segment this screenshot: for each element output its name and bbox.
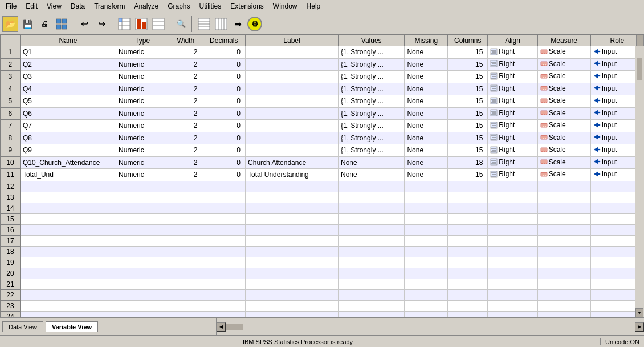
cell-name[interactable] [20,224,116,235]
cell-name[interactable] [20,311,116,317]
cell-values[interactable]: {1, Strongly ... [339,71,405,83]
cell-label[interactable]: Church Attendance [246,156,339,169]
cell-align[interactable]: Right [488,71,537,83]
table-row[interactable]: 17 [1,235,644,246]
cell-missing[interactable]: None [405,144,448,157]
cell-type[interactable] [116,213,169,224]
table-row[interactable]: 7Q7Numeric20{1, Strongly ...None15 Right… [1,120,644,132]
cell-name[interactable] [20,192,116,203]
cell-measure[interactable] [537,224,590,235]
cell-type[interactable] [116,311,169,317]
cell-type[interactable] [116,192,169,203]
cell-type[interactable]: Numeric [116,132,169,144]
cell-label[interactable] [246,203,339,213]
menu-analyze[interactable]: Analyze [131,1,162,11]
table-row[interactable]: 24 [1,311,644,317]
cell-name[interactable] [20,300,116,311]
cell-values[interactable] [339,213,405,224]
cell-columns[interactable]: 15 [448,83,488,95]
cell-name[interactable] [20,203,116,213]
cell-measure[interactable] [537,181,590,192]
cell-missing[interactable] [405,192,448,203]
cell-values[interactable]: None [339,156,405,169]
col-header-name[interactable]: Name [20,35,116,46]
col-header-align[interactable]: Align [488,35,537,46]
cell-name[interactable]: Q8 [20,132,116,144]
cell-decimals[interactable] [202,311,246,317]
menu-window[interactable]: Window [270,1,301,11]
table-row[interactable]: 23 [1,300,644,311]
cases-button[interactable] [196,16,212,32]
scroll-area[interactable]: Name Type Width Decimals Label Values Mi… [0,35,644,317]
menu-view[interactable]: View [43,1,65,11]
cell-missing[interactable]: None [405,71,448,83]
cell-columns[interactable] [448,289,488,300]
vars-button[interactable] [213,16,229,32]
cell-name[interactable] [20,181,116,192]
cell-values[interactable] [339,268,405,279]
cell-decimals[interactable]: 0 [202,132,246,144]
cell-measure[interactable] [537,257,590,268]
menu-utilities[interactable]: Utilities [195,1,225,11]
cell-decimals[interactable]: 0 [202,107,246,120]
table-row[interactable]: 4Q4Numeric20{1, Strongly ...None15 Right… [1,83,644,95]
cell-missing[interactable]: None [405,107,448,120]
cell-type[interactable]: Numeric [116,71,169,83]
cell-name[interactable]: Q7 [20,120,116,132]
cell-name[interactable]: Q2 [20,58,116,71]
cell-align[interactable] [488,279,537,289]
cell-values[interactable]: {1, Strongly ... [339,132,405,144]
cell-missing[interactable] [405,300,448,311]
cell-width[interactable]: 2 [169,58,202,71]
cell-values[interactable] [339,224,405,235]
cell-missing[interactable] [405,246,448,257]
menu-extensions[interactable]: Extensions [227,1,267,11]
cell-name[interactable] [20,235,116,246]
cell-missing[interactable] [405,257,448,268]
print-button[interactable]: 🖨 [36,16,52,32]
cell-width[interactable] [169,235,202,246]
cell-columns[interactable]: 15 [448,71,488,83]
cell-name[interactable] [20,257,116,268]
table-row[interactable]: 13 [1,192,644,203]
cell-decimals[interactable] [202,203,246,213]
col-header-columns[interactable]: Columns [448,35,488,46]
cell-missing[interactable]: None [405,169,448,181]
cell-measure[interactable] [537,246,590,257]
cell-values[interactable]: {1, Strongly ... [339,120,405,132]
cell-decimals[interactable] [202,257,246,268]
cell-columns[interactable] [448,213,488,224]
find-button[interactable]: 🔍 [173,16,189,32]
cell-width[interactable]: 2 [169,132,202,144]
cell-label[interactable] [246,132,339,144]
table-row[interactable]: 6Q6Numeric20{1, Strongly ...None15 Right… [1,107,644,120]
cell-measure[interactable]: Scale [537,95,590,108]
cell-measure[interactable]: Scale [537,83,590,95]
cell-measure[interactable] [537,311,590,317]
cell-type[interactable] [116,289,169,300]
open-button[interactable]: 📂 [2,16,18,32]
cell-label[interactable] [246,120,339,132]
cell-width[interactable]: 2 [169,83,202,95]
cell-type[interactable] [116,300,169,311]
cell-label[interactable] [246,95,339,108]
cell-name[interactable]: Q10_Church_Attendance [20,156,116,169]
cell-type[interactable]: Numeric [116,83,169,95]
cell-columns[interactable]: 15 [448,58,488,71]
redo-button[interactable]: ↪ [93,16,109,32]
cell-missing[interactable] [405,268,448,279]
cell-align[interactable] [488,268,537,279]
cell-label[interactable] [246,144,339,157]
cell-type[interactable] [116,268,169,279]
cell-align[interactable]: Right [488,169,537,181]
cell-label[interactable] [246,257,339,268]
cell-missing[interactable] [405,311,448,317]
cell-measure[interactable]: Scale [537,132,590,144]
cell-values[interactable] [339,257,405,268]
cell-values[interactable] [339,311,405,317]
cell-values[interactable] [339,192,405,203]
cell-align[interactable] [488,192,537,203]
cell-values[interactable]: None [339,169,405,181]
cell-columns[interactable]: 15 [448,46,488,59]
cell-measure[interactable]: Scale [537,144,590,157]
